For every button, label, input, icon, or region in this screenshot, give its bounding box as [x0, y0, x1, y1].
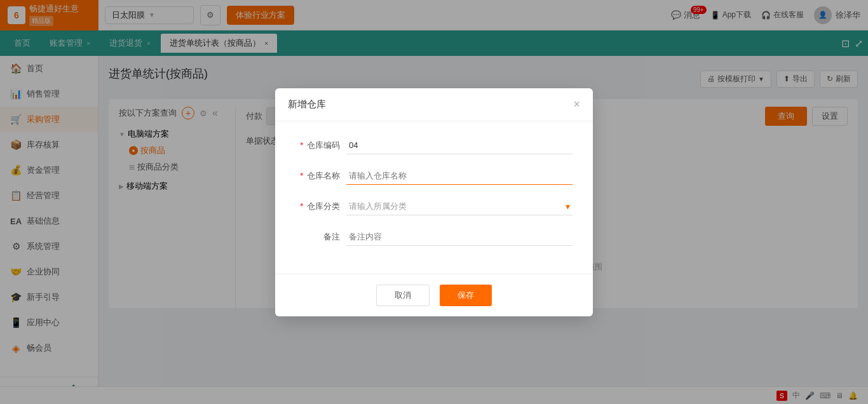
cancel-button[interactable]: 取消 [376, 285, 430, 306]
warehouse-code-input[interactable] [346, 137, 573, 154]
new-warehouse-dialog: 新增仓库 × * 仓库编码 * 仓库名称 [275, 88, 593, 316]
warehouse-category-row: * 仓库分类 请输入所属分类 ▾ [295, 198, 573, 215]
warehouse-name-label: * 仓库名称 [295, 170, 346, 182]
dialog-body: * 仓库编码 * 仓库名称 * 仓库分类 [275, 121, 593, 274]
warehouse-note-label: 备注 [295, 231, 346, 243]
warehouse-code-label: * 仓库编码 [295, 140, 346, 151]
dialog-title: 新增仓库 [288, 98, 326, 111]
warehouse-category-wrap: 请输入所属分类 ▾ [346, 198, 573, 215]
warehouse-code-row: * 仓库编码 [295, 137, 573, 154]
warehouse-category-label: * 仓库分类 [295, 201, 346, 212]
warehouse-note-input[interactable] [346, 228, 573, 246]
dialog-footer: 取消 保存 [275, 274, 593, 316]
warehouse-name-input[interactable] [346, 167, 573, 185]
warehouse-note-row: 备注 [295, 228, 573, 246]
modal-overlay: 新增仓库 × * 仓库编码 * 仓库名称 [0, 0, 868, 404]
warehouse-category-select[interactable]: 请输入所属分类 [346, 198, 573, 215]
save-button[interactable]: 保存 [440, 285, 492, 306]
dialog-close-button[interactable]: × [573, 98, 580, 110]
required-star-category: * [300, 201, 303, 211]
dialog-header: 新增仓库 × [275, 88, 593, 121]
required-star-name: * [300, 171, 303, 180]
warehouse-name-row: * 仓库名称 [295, 167, 573, 185]
required-star-code: * [300, 140, 303, 150]
